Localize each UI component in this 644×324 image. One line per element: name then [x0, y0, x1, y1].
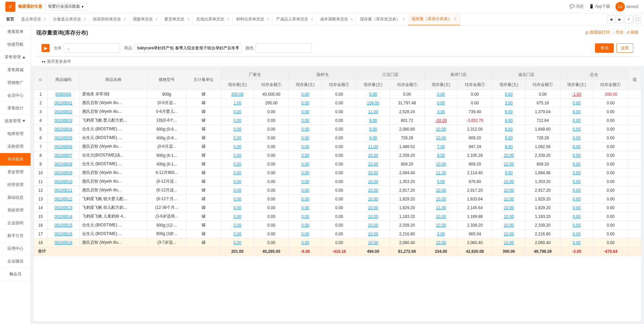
- cell-lc-qty: 0.00: [289, 107, 322, 116]
- sidebar-item-wholesale-mgmt[interactable]: 批发管理 ▼: [0, 115, 31, 128]
- sidebar-item-basic-info[interactable]: 基础信息: [0, 191, 31, 204]
- cell-fc-amt: 295.00: [254, 99, 289, 107]
- close-icon[interactable]: ×: [84, 17, 86, 21]
- tab-product-inbound[interactable]: 产成品入库单历史×: [273, 13, 317, 26]
- nav-expand[interactable]: ⛶: [633, 15, 641, 24]
- tab-assemble[interactable]: 组装拆卸单历史×: [90, 13, 129, 26]
- sidebar-item-system[interactable]: 系统管理: [0, 204, 31, 217]
- message-btn[interactable]: 💬 消息: [570, 4, 584, 9]
- collapse-btn[interactable]: ▶: [42, 44, 50, 52]
- goods-input[interactable]: [134, 43, 241, 53]
- close-icon[interactable]: ×: [156, 17, 158, 21]
- cell-lc-qty: 0.00: [289, 134, 322, 142]
- close-icon[interactable]: ×: [403, 17, 405, 21]
- tab-inventory-status[interactable]: 现存量（库存状况表）×: [357, 13, 409, 26]
- sidebar-item-member2[interactable]: 畅会员: [0, 268, 31, 281]
- query-button[interactable]: 查询: [595, 43, 614, 53]
- table-row: 18 00100018 惠氏启智 (Wyeth illu... (3-7岁适..…: [34, 238, 641, 247]
- sidebar-item-guide[interactable]: 新手引导: [0, 230, 31, 242]
- cell-lc-amt: 0.00: [322, 125, 357, 134]
- user-area[interactable]: Ea demo2: [615, 2, 639, 11]
- close-icon[interactable]: ×: [124, 17, 126, 21]
- cell-total-amt: 0.00: [593, 142, 628, 151]
- close-icon[interactable]: ×: [227, 17, 229, 21]
- sidebar-item-collaboration[interactable]: 企业协同: [0, 217, 31, 230]
- expand-toggle[interactable]: ▾▾ 展开更多条件: [42, 59, 633, 64]
- logo-area: 畅捷通好生意: [18, 4, 42, 9]
- cell-jb-qty: 10.00: [357, 221, 389, 230]
- nav-close-all[interactable]: ×: [625, 15, 633, 24]
- tab-inventory-check[interactable]: 盘点单历史×: [18, 13, 50, 26]
- close-icon[interactable]: ×: [454, 17, 457, 21]
- sidebar-item-purchase[interactable]: 采购管理: [0, 140, 31, 153]
- cell-jb-qty: 10.00: [357, 212, 389, 221]
- footer-lc-qty: -8.00: [289, 247, 322, 256]
- cell-code: 00100002: [47, 107, 79, 116]
- cell-total-qty: 0.00: [560, 203, 593, 212]
- tab-other-outbound[interactable]: 其他出库单历史×: [193, 13, 233, 26]
- cell-total-qty: 0.00: [560, 125, 593, 134]
- app-download-btn[interactable]: 📱 App下载: [589, 4, 610, 9]
- cell-unit: 罐: [186, 230, 221, 238]
- settings-icon[interactable]: ⚙: [39, 78, 42, 82]
- sidebar-item-ecommerce[interactable]: 电商管理: [0, 128, 31, 140]
- cell-total-qty: 0.00: [560, 195, 593, 203]
- sidebar-item-inventory[interactable]: 库存核算: [0, 153, 31, 166]
- tab-material-outbound[interactable]: 材料出库单历史×: [233, 13, 273, 26]
- cell-jb-qty: 11.00: [357, 142, 389, 151]
- table-group-header-row: ⚙ 商品编码 商品名称 规格型号 主计量单位 厂家仓 陆村仓 江北门店 南岸门店…: [34, 70, 641, 80]
- footer-lc-amt: -416.16: [322, 247, 357, 256]
- sidebar-item-marketing[interactable]: 营销推广: [0, 77, 31, 89]
- sidebar-item-retail-mgmt[interactable]: 零售管理 ▲: [0, 51, 31, 64]
- tab-transfer[interactable]: 调拨单历史×: [129, 13, 161, 26]
- cell-fc-amt: 0.00: [254, 212, 289, 221]
- sidebar-item-nav[interactable]: 快捷导航: [0, 38, 31, 51]
- tab-home[interactable]: 首页: [3, 13, 18, 26]
- close-icon[interactable]: ×: [351, 17, 353, 21]
- tab-requisition[interactable]: 要货单历史×: [161, 13, 193, 26]
- cell-total-qty: 0.00: [560, 99, 593, 107]
- export-btn[interactable]: ↓ 导出: [612, 30, 624, 35]
- refresh-btn[interactable]: ↺ 刷新: [626, 30, 639, 35]
- sidebar-item-app-center[interactable]: 应用中心: [0, 242, 31, 255]
- print-icon: 🖨: [585, 30, 589, 35]
- warehouse-input[interactable]: [64, 43, 120, 53]
- cell-lc-qty: 0.00: [289, 99, 322, 107]
- nav-right-arrow[interactable]: ▶: [616, 15, 624, 24]
- cell-na-qty: 10.00: [424, 125, 457, 134]
- cell-na-qty: 3.00: [424, 107, 457, 116]
- cell-code: 00100015: [47, 221, 79, 230]
- store-selector[interactable]: 母婴行业演示陈套 ▾: [45, 3, 87, 10]
- cell-jb-qty: 10.00: [357, 230, 389, 238]
- print-btn[interactable]: 🖨 按模版打印: [585, 30, 610, 35]
- th-jb-amt: 结存金额①: [390, 80, 425, 90]
- setting-button[interactable]: 设置: [616, 43, 633, 53]
- close-icon[interactable]: ×: [187, 17, 189, 21]
- cell-fc-qty: 0.00: [221, 160, 254, 169]
- sidebar-item-finance[interactable]: 资金管理: [0, 166, 31, 179]
- sidebar-item-retail-stats[interactable]: 零售统计: [0, 102, 31, 115]
- close-icon[interactable]: ×: [44, 17, 46, 21]
- table-row: 5 00100004 合生元 (BIOSTIME) ... 900g (0-6.…: [34, 125, 641, 134]
- tab-cost-adjust[interactable]: 成本调整单历史×: [317, 13, 357, 26]
- cell-yb-qty: 3.00: [492, 99, 525, 107]
- color-input[interactable]: [256, 43, 312, 53]
- cell-fc-amt: 0.00: [254, 169, 289, 177]
- sidebar-item-search[interactable]: 搜索英单: [0, 26, 31, 38]
- cell-na-amt: 809.20: [458, 160, 492, 169]
- table-row: 14 00100013 飞鹤星飞帆 幼儿配方奶... (12-36个月... 罐…: [34, 203, 641, 212]
- close-icon[interactable]: ×: [311, 17, 313, 21]
- close-icon[interactable]: ×: [267, 17, 269, 21]
- tab-sub-inventory[interactable]: 分量盘点单历史×: [50, 13, 90, 26]
- cell-cur: [628, 134, 641, 142]
- sidebar-item-wechat[interactable]: 企业微信: [0, 255, 31, 268]
- sidebar-item-member[interactable]: 会员中心: [0, 89, 31, 102]
- tab-inventory-distribution[interactable]: 现存量（库存分布表）×: [408, 13, 460, 26]
- cell-unit: 罐: [186, 212, 221, 221]
- sidebar-item-retail-mall[interactable]: 零售商城: [0, 64, 31, 77]
- cell-total-amt: 0.00: [593, 238, 628, 247]
- cell-cur: [628, 90, 641, 99]
- nav-left-arrow[interactable]: ◀: [607, 15, 615, 24]
- sidebar-item-operations[interactable]: 经营管理: [0, 179, 31, 191]
- cell-no: 13: [34, 195, 48, 203]
